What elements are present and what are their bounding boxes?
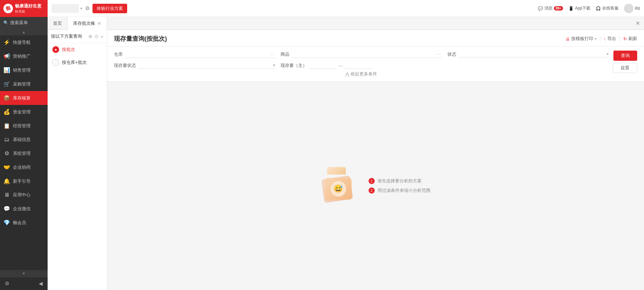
filter-warehouse-field: 仓库 ···: [114, 51, 275, 58]
sidebar-item-label: 库存核算: [13, 95, 31, 101]
filter-inventory-qty-field: 现存量（主） —: [281, 62, 442, 69]
scheme-label: 按以下方案查询: [51, 33, 82, 39]
tabs-bar: 首页 库存批次账 ✕ ✕: [48, 17, 644, 30]
app-download-btn[interactable]: 📱 App下载: [569, 5, 590, 11]
collapse-panel-icon[interactable]: «: [101, 34, 103, 39]
filter-top-row: 仓库 ··· 商品 ···: [114, 51, 637, 77]
username: Rit: [635, 6, 640, 11]
inventory-qty-max[interactable]: [345, 62, 372, 69]
sidebar-item-enterprise-collab[interactable]: 🤝 企业协同: [0, 160, 48, 174]
status-label: 状态: [447, 51, 456, 57]
collapse-btn-label: 收起更多条件: [351, 71, 377, 77]
inventory-qty-min[interactable]: [309, 62, 336, 69]
empty-tips: 1 请先选择要分析的方案 2 用过滤条件来缩小分析范围: [369, 178, 430, 194]
query-btn[interactable]: 查询: [613, 51, 637, 61]
new-guide-icon: 🔔: [3, 178, 10, 184]
export-icon: ↑: [604, 36, 606, 41]
empty-tip-2: 2 用过滤条件来缩小分析范围: [369, 187, 430, 194]
status-select[interactable]: [458, 51, 607, 56]
page-title: 现存量查询(按批次): [114, 35, 167, 43]
warehouse-input-wrap: ···: [125, 51, 275, 58]
chevron-down-icon: ▾: [80, 6, 82, 11]
product-input[interactable]: [291, 51, 435, 57]
sidebar-scroll-up[interactable]: ▲: [0, 29, 48, 35]
sidebar-item-marketing[interactable]: 📢 营销推广: [0, 49, 48, 63]
warehouse-more-icon[interactable]: ···: [269, 51, 275, 57]
product-more-icon[interactable]: ···: [435, 51, 442, 57]
messages-label: 消息: [544, 5, 553, 11]
scheme-item-batch[interactable]: ● 按批次: [48, 43, 107, 56]
user-menu[interactable]: Rit: [624, 4, 640, 13]
sidebar-scroll-down[interactable]: ▼: [0, 270, 48, 277]
phone-icon: 📱: [569, 6, 574, 11]
sidebar-item-basic-info[interactable]: 🗂 基础信息: [0, 133, 48, 146]
app-logo: 畅: [3, 4, 13, 13]
settings-btn[interactable]: 设置: [613, 63, 637, 73]
collapse-btn[interactable]: ⋀ 收起更多条件: [114, 69, 609, 77]
purchase-icon: 🛒: [3, 81, 10, 87]
sidebar-item-member[interactable]: 💎 畅会员: [0, 216, 48, 230]
sidebar-item-label: 系统管理: [13, 150, 31, 157]
inventory-status-label: 现存量状态: [114, 62, 136, 69]
tab-home[interactable]: 首页: [48, 17, 68, 30]
sidebar-search-label: 搜索菜单: [10, 20, 28, 26]
settings-icon[interactable]: ⚙: [5, 280, 9, 287]
status-select-wrap: ▾: [458, 51, 609, 57]
sidebar-item-finance[interactable]: 💰 资金管理: [0, 105, 48, 119]
sidebar-item-inventory[interactable]: 📦 库存核算: [0, 91, 48, 105]
tab-close-panel[interactable]: ✕: [631, 20, 644, 26]
right-main: 现存量查询(按批次) 🖨 按模板打印 ▾ ↑ 导出 ↻ 刷: [107, 30, 644, 290]
warehouse-label: 仓库: [114, 51, 123, 57]
headset-icon: 🎧: [596, 6, 601, 11]
system-icon: ⚙: [3, 150, 10, 157]
add-scheme-icon[interactable]: ⊕: [88, 34, 92, 39]
trial-btn[interactable]: 体验行业方案: [92, 4, 127, 13]
collapse-icon[interactable]: ◀: [39, 280, 43, 287]
box-face: 😅: [331, 181, 346, 197]
print-btn[interactable]: 🖨 按模板打印 ▾: [565, 36, 597, 42]
sidebar-item-purchase[interactable]: 🛒 采购管理: [0, 77, 48, 91]
export-btn[interactable]: ↑ 导出: [604, 36, 616, 42]
filter-row-2: 现存量状态 ▾ 现存量（主）: [114, 62, 609, 69]
inventory-status-select[interactable]: [138, 62, 273, 68]
sidebar-search[interactable]: 🔍 搜索菜单: [0, 17, 48, 29]
scheme-item-warehouse-batch-label: 按仓库+批次: [62, 59, 87, 66]
sidebar-item-label: 应用中心: [13, 192, 31, 198]
refresh-btn-label: 刷新: [628, 36, 637, 42]
filter-fields-col: 仓库 ··· 商品 ···: [114, 51, 609, 77]
scheme-item-warehouse-batch[interactable]: ○ 按仓库+批次: [48, 56, 107, 69]
tab-inventory-batch[interactable]: 库存批次账 ✕: [68, 17, 107, 30]
inventory-status-select-wrap: ▾: [138, 62, 275, 69]
refresh-btn[interactable]: ↻ 刷新: [623, 36, 637, 42]
sidebar: 畅 畅康通好生意 标准版 🔍 搜索菜单 ▲ ⚡ 快捷导航 📢 营销推广 📊 销售…: [0, 0, 48, 290]
sidebar-item-label: 基础信息: [13, 137, 31, 143]
sidebar-item-label: 资金管理: [13, 109, 31, 115]
scheme-inactive-icon: ○: [52, 59, 59, 66]
messages-btn[interactable]: 💬 消息 99+: [538, 5, 563, 11]
left-panel: 按以下方案查询 ⊕ ⊙ « ● 按批次 ○ 按仓库+批次: [48, 30, 107, 290]
close-icon[interactable]: ✕: [97, 21, 101, 26]
tab-inventory-batch-label: 库存批次账: [73, 20, 95, 26]
empty-state: 😅 1 请先选择要分析的方案 2 用过滤条件来缩小分析范围: [107, 81, 644, 290]
messages-badge: 99+: [554, 6, 563, 11]
online-service-btn[interactable]: 🎧 在线客服: [596, 5, 618, 11]
filter-area: 仓库 ··· 商品 ···: [107, 47, 644, 81]
sidebar-item-label: 畅会员: [13, 220, 26, 226]
sidebar-item-operations[interactable]: 📋 经营管理: [0, 119, 48, 133]
sidebar-item-enterprise-wechat[interactable]: 💬 企业微信: [0, 202, 48, 216]
finance-icon: 💰: [3, 109, 10, 115]
sidebar-item-new-guide[interactable]: 🔔 新手引导: [0, 174, 48, 188]
warehouse-input[interactable]: [125, 51, 269, 57]
sidebar-item-system[interactable]: ⚙ 系统管理: [0, 146, 48, 160]
settings-scheme-icon[interactable]: ⊙: [95, 34, 99, 39]
message-icon: 💬: [538, 6, 543, 11]
sidebar-item-app-center[interactable]: 🖥 应用中心: [0, 188, 48, 202]
sidebar-item-sales[interactable]: 📊 销售管理: [0, 63, 48, 77]
marketing-icon: 📢: [3, 53, 10, 59]
sales-icon: 📊: [3, 67, 10, 73]
sidebar-header: 畅 畅康通好生意 标准版: [0, 0, 48, 17]
print-btn-label: 按模板打印: [571, 36, 593, 42]
sidebar-item-quick-nav[interactable]: ⚡ 快捷导航: [0, 35, 48, 49]
gear-icon[interactable]: ⚙: [84, 4, 91, 13]
sidebar-item-label: 企业微信: [13, 206, 31, 212]
